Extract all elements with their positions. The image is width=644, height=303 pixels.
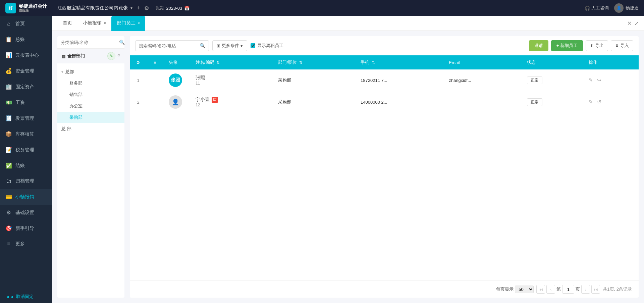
sidebar-item-inventory[interactable]: 📦 库存核算 xyxy=(0,126,52,142)
sidebar-item-expense[interactable]: 💳 小畅报销 xyxy=(0,189,52,205)
search-icon[interactable]: 🔍 xyxy=(200,43,205,48)
import-button[interactable]: ⬇ 导入 xyxy=(611,40,633,51)
expand-icon[interactable]: ⤢ xyxy=(634,20,639,27)
edit-icon[interactable]: ✎ xyxy=(589,77,593,83)
last-page-button[interactable]: ⏭ xyxy=(591,285,600,294)
tab-expense[interactable]: 小畅报销 × xyxy=(77,16,111,31)
import-icon: ⬇ xyxy=(615,43,619,48)
sidebar-item-archive[interactable]: 🗂 归档管理 xyxy=(0,173,52,189)
show-resigned-checkbox[interactable] xyxy=(251,43,255,48)
edit-dept-button[interactable]: ✎ xyxy=(107,52,115,60)
row2-phone: 14000000 2... xyxy=(355,91,443,113)
sidebar-item-tax[interactable]: 📝 税务管理 xyxy=(0,142,52,158)
tab-expense-close[interactable]: × xyxy=(104,21,106,26)
edit-icon[interactable]: ✎ xyxy=(589,99,593,105)
avatar: 👤 xyxy=(614,3,624,13)
period-selector[interactable]: 账期 2023-03 📅 xyxy=(156,5,190,11)
page-input[interactable] xyxy=(562,285,574,294)
chevron-down-icon[interactable]: ▾ xyxy=(130,6,132,10)
row2-email xyxy=(443,91,521,113)
sidebar-item-funds[interactable]: 💰 资金管理 xyxy=(0,63,52,79)
export-button[interactable]: ⬆ 导出 xyxy=(586,40,608,51)
col-phone[interactable]: 手机 ⇅ xyxy=(355,55,443,69)
tab-dept-employee[interactable]: 部门员工 × xyxy=(111,16,145,31)
sidebar-item-home[interactable]: ⌂ 首页 xyxy=(0,16,52,32)
sidebar-item-payroll[interactable]: 💵 工资 xyxy=(0,95,52,110)
col-name[interactable]: 姓名/编码 ⇅ xyxy=(190,55,273,69)
close-window-icon[interactable]: ✕ xyxy=(627,20,632,27)
sort-name-icon[interactable]: ⇅ xyxy=(217,60,220,64)
sidebar-item-reports[interactable]: 📊 云报表中心 xyxy=(0,47,52,63)
add-employee-button[interactable]: + 新增员工 xyxy=(551,40,583,51)
settings-icon[interactable]: ⚙ xyxy=(144,5,149,11)
logout-icon[interactable]: ↪ xyxy=(597,77,601,83)
row1-name: 张熙 11 xyxy=(190,69,273,91)
employee-toolbar: 🔍 ⊞ 更多条件 ▾ 显示离职员工 邀请 + 新增员工 xyxy=(130,36,639,55)
invoice-icon: 🧾 xyxy=(5,115,12,121)
dept-node-office[interactable]: 办公室 xyxy=(57,100,124,112)
reports-icon: 📊 xyxy=(5,52,12,58)
employee-search-input[interactable] xyxy=(139,43,200,48)
sidebar-item-ledger[interactable]: 📋 总账 xyxy=(0,32,52,47)
service-button[interactable]: 🎧 人工咨询 xyxy=(585,5,609,11)
col-status: 状态 xyxy=(522,55,583,69)
dept-node-purchase[interactable]: 采购部 xyxy=(57,112,124,123)
sidebar-item-settings[interactable]: ⚙ 基础设置 xyxy=(0,205,52,220)
sidebar-item-invoice[interactable]: 🧾 发票管理 xyxy=(0,110,52,126)
tab-bar-controls: ✕ ⤢ xyxy=(627,20,639,27)
sidebar-item-assets[interactable]: 🏢 固定资产 xyxy=(0,79,52,95)
more-icon: ≡ xyxy=(5,241,12,247)
row1-actions: ✎ ↪ xyxy=(583,69,639,91)
chevron-down-icon: ▾ xyxy=(61,70,63,74)
col-settings[interactable]: ⚙ xyxy=(130,55,147,69)
dept-node-general2[interactable]: 总 部 xyxy=(57,123,124,135)
settings-icon: ⚙ xyxy=(5,209,12,216)
sidebar-item-more[interactable]: ≡ 更多 xyxy=(0,236,52,252)
more-filter-button[interactable]: ⊞ 更多条件 ▾ xyxy=(212,40,247,51)
add-tab-button[interactable]: + xyxy=(137,5,140,12)
row1-email: zhangxidf... xyxy=(443,69,521,91)
sidebar-item-guide[interactable]: 🎯 新手引导 xyxy=(0,220,52,236)
row1-dept: 采购部 xyxy=(273,69,355,91)
invite-button[interactable]: 邀请 xyxy=(529,40,548,51)
tab-dept-employee-close[interactable]: × xyxy=(138,21,140,26)
dept-node-sales[interactable]: 销售部 xyxy=(57,89,124,100)
col-dept[interactable]: 部门/职位 ⇅ xyxy=(273,55,355,69)
cancel-fix-button[interactable]: ◄◄ 取消固定 xyxy=(0,290,52,303)
inventory-icon: 📦 xyxy=(5,131,12,137)
tab-bar: 首页 小畅报销 × 部门员工 × ✕ ⤢ xyxy=(52,16,644,31)
sort-dept-icon[interactable]: ⇅ xyxy=(299,60,302,64)
calendar-icon[interactable]: 📅 xyxy=(184,6,190,11)
tab-home[interactable]: 首页 xyxy=(57,16,77,31)
prev-page-button[interactable]: ‹ xyxy=(546,285,555,294)
search-icon[interactable]: 🔍 xyxy=(119,40,124,45)
payroll-icon: 💵 xyxy=(5,99,12,106)
all-dept-label[interactable]: ▦ 全部部门 xyxy=(61,53,85,59)
company-selector[interactable]: 江西服宝精品有限责任公司内账张 ▾ xyxy=(57,5,132,11)
dept-header: ▦ 全部部门 ✎ « xyxy=(57,49,124,63)
row2-avatar: 👤 xyxy=(163,91,190,113)
dept-node-general[interactable]: ▾ 总部 xyxy=(57,66,124,78)
sidebar: ⌂ 首页 📋 总账 📊 云报表中心 💰 资金管理 🏢 固定资产 💵 工资 🧾 发… xyxy=(0,16,52,303)
next-page-button[interactable]: › xyxy=(581,285,590,294)
employee-table: ⚙ # 头像 姓名/编码 ⇅ 部门/职位 ⇅ xyxy=(130,55,639,113)
refresh-icon[interactable]: ↺ xyxy=(597,99,601,105)
dept-node-finance[interactable]: 财务部 xyxy=(57,78,124,89)
dept-search-input[interactable] xyxy=(61,40,117,45)
sort-phone-icon[interactable]: ⇅ xyxy=(372,60,375,64)
app-logo: 好 畅捷通好会计 旗舰版 xyxy=(5,3,57,13)
chevron-down-icon: ▾ xyxy=(240,43,243,48)
row1-phone: 18720211 7... xyxy=(355,69,443,91)
dept-header-actions: ✎ « xyxy=(107,52,120,60)
sidebar-item-checkout[interactable]: ✅ 结账 xyxy=(0,158,52,173)
collapse-icon[interactable]: « xyxy=(117,52,120,60)
status-badge: 正常 xyxy=(527,77,542,84)
show-resigned-toggle[interactable]: 显示离职员工 xyxy=(251,43,283,49)
top-bar-actions: 🎧 人工咨询 👤 畅捷通 xyxy=(585,3,639,13)
page-size-select[interactable]: 50 20 100 xyxy=(515,286,534,293)
col-avatar: 头像 xyxy=(163,55,190,69)
first-page-button[interactable]: ⏮ xyxy=(536,285,545,294)
user-menu[interactable]: 👤 畅捷通 xyxy=(614,3,639,13)
row1-avatar: 张照 xyxy=(163,69,190,91)
row2-num: 2 xyxy=(130,91,147,113)
